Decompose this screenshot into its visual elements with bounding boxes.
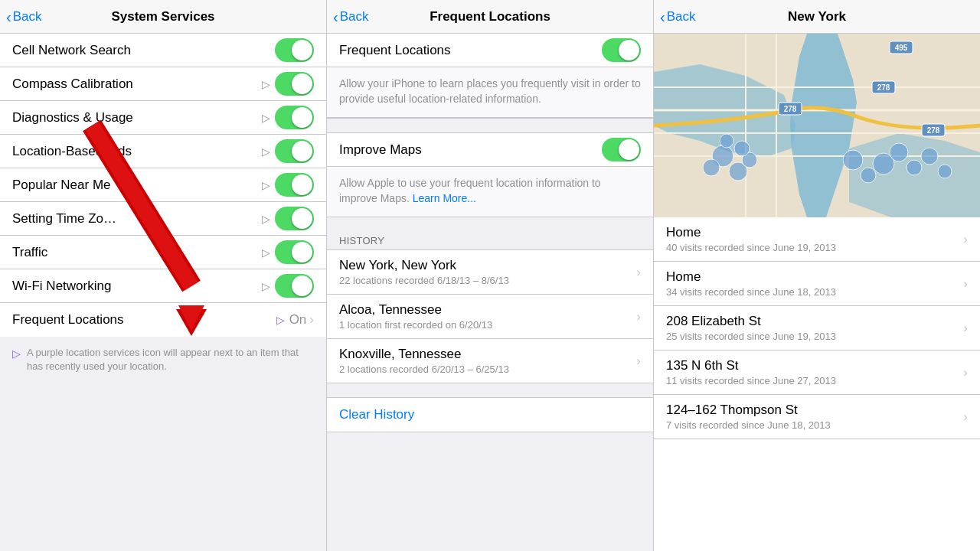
- svg-text:495: 495: [895, 44, 908, 52]
- frequent-loc-row[interactable]: Frequent Locations ▷ On ›: [0, 303, 326, 337]
- improve-maps-toggle[interactable]: [602, 138, 641, 161]
- left-back-label: Back: [13, 9, 42, 24]
- diagnostics-toggle[interactable]: [275, 106, 314, 129]
- thompson-chevron-icon: ›: [963, 409, 968, 425]
- footer-location-icon: ▷: [12, 347, 21, 362]
- improve-maps-label: Improve Maps: [339, 142, 602, 158]
- svg-point-22: [734, 141, 750, 156]
- frequent-loc-nav-icon: ▷: [276, 314, 285, 326]
- diagnostics-label: Diagnostics & Usage: [12, 110, 262, 126]
- home2-chevron-icon: ›: [963, 276, 968, 292]
- compass-cal-toggle[interactable]: [275, 72, 314, 96]
- cell-network-row[interactable]: Cell Network Search: [0, 34, 326, 67]
- location-row-n6th[interactable]: 135 N 6th St 11 visits recorded since Ju…: [654, 350, 980, 395]
- freq-loc-description: Allow your iPhone to learn places you fr…: [327, 67, 653, 118]
- frequent-loc-label: Frequent Locations: [12, 312, 276, 328]
- frequent-locations-panel: Frequent Locations Allow your iPhone to …: [327, 34, 654, 551]
- home1-chevron-icon: ›: [963, 232, 968, 247]
- location-row-home2[interactable]: Home 34 visits recorded since June 18, 2…: [654, 262, 980, 306]
- knoxville-chevron-icon: ›: [636, 354, 641, 369]
- setting-tz-toggle[interactable]: [275, 207, 314, 230]
- history-row-knoxville[interactable]: Knoxville, Tennessee 2 locations recorde…: [327, 339, 653, 383]
- traffic-toggle[interactable]: [275, 240, 314, 264]
- setting-tz-row[interactable]: Setting Time Zo… ▷: [0, 202, 326, 236]
- map-svg: 278 278 278 495: [654, 34, 980, 217]
- improve-maps-toggle-row[interactable]: Improve Maps: [327, 133, 653, 167]
- compass-cal-row[interactable]: Compass Calibration ▷: [0, 67, 326, 101]
- n6th-sub: 11 visits recorded since June 27, 2013: [666, 375, 963, 386]
- location-row-home1[interactable]: Home 40 visits recorded since June 19, 2…: [654, 217, 980, 262]
- diagnostics-row[interactable]: Diagnostics & Usage ▷: [0, 101, 326, 135]
- alcoa-chevron-icon: ›: [636, 309, 641, 324]
- left-back-button[interactable]: ‹ Back: [6, 9, 41, 24]
- knoxville-sub: 2 locations recorded 6/20/13 – 6/25/13: [339, 364, 636, 375]
- home2-sub: 34 visits recorded since June 18, 2013: [666, 286, 963, 298]
- n6th-chevron-icon: ›: [963, 365, 968, 380]
- thompson-sub: 7 visits recorded since June 18, 2013: [666, 419, 963, 431]
- location-row-thompson[interactable]: 124–162 Thompson St 7 visits recorded si…: [654, 395, 980, 439]
- thompson-title: 124–162 Thompson St: [666, 403, 963, 418]
- ny-title: New York, New York: [339, 258, 636, 273]
- wifi-toggle[interactable]: [275, 274, 314, 298]
- back-chevron-icon-mid: ‹: [333, 9, 338, 24]
- alcoa-content: Alcoa, Tennessee 1 location first record…: [339, 302, 636, 331]
- traffic-row[interactable]: Traffic ▷: [0, 236, 326, 269]
- wifi-nav-icon: ▷: [262, 280, 270, 292]
- mid-back-button[interactable]: ‹ Back: [333, 9, 368, 24]
- clear-history-button[interactable]: Clear History: [339, 407, 414, 422]
- back-chevron-icon-right: ‹: [660, 9, 665, 24]
- wifi-label: Wi-Fi Networking: [12, 279, 262, 294]
- svg-point-15: [890, 143, 908, 161]
- svg-point-18: [938, 165, 952, 178]
- history-section-header: HISTORY: [327, 225, 653, 249]
- settings-list: Cell Network Search Compass Calibration …: [0, 34, 326, 337]
- diagnostics-nav-icon: ▷: [262, 112, 270, 124]
- knoxville-title: Knoxville, Tennessee: [339, 347, 636, 362]
- learn-more-link[interactable]: Learn More...: [413, 192, 476, 204]
- popular-near-toggle[interactable]: [275, 173, 314, 197]
- right-panel-title: New York: [788, 9, 846, 24]
- traffic-nav-icon: ▷: [262, 246, 270, 259]
- alcoa-title: Alcoa, Tennessee: [339, 302, 636, 318]
- new-york-panel: 278 278 278 495 Home 40 visits recorded …: [654, 34, 980, 551]
- left-panel-title: System Services: [111, 9, 214, 24]
- n6th-title: 135 N 6th St: [666, 358, 963, 373]
- location-iads-toggle[interactable]: [275, 139, 314, 163]
- freq-loc-toggle[interactable]: [602, 38, 641, 62]
- mid-back-label: Back: [340, 9, 369, 24]
- location-services-footer: ▷ A purple location services icon will a…: [0, 337, 326, 383]
- right-back-label: Back: [667, 9, 696, 24]
- history-row-alcoa[interactable]: Alcoa, Tennessee 1 location first record…: [327, 295, 653, 339]
- svg-point-16: [906, 160, 922, 175]
- frequent-loc-chevron-icon: ›: [309, 312, 314, 328]
- freq-loc-desc-text: Allow your iPhone to learn places you fr…: [339, 77, 641, 105]
- popular-near-label: Popular Near Me: [12, 178, 262, 193]
- history-row-ny[interactable]: New York, New York 22 locations recorded…: [327, 250, 653, 295]
- ny-chevron-icon: ›: [636, 265, 641, 280]
- cell-network-toggle[interactable]: [275, 38, 314, 62]
- elizabeth-title: 208 Elizabeth St: [666, 314, 963, 329]
- improve-maps-description: Allow Apple to use your frequent locatio…: [327, 167, 653, 217]
- home2-title: Home: [666, 269, 963, 285]
- wifi-row[interactable]: Wi-Fi Networking ▷: [0, 269, 326, 303]
- home1-title: Home: [666, 225, 963, 240]
- popular-near-row[interactable]: Popular Near Me ▷: [0, 168, 326, 202]
- freq-loc-toggle-row[interactable]: Frequent Locations: [327, 34, 653, 67]
- location-row-elizabeth[interactable]: 208 Elizabeth St 25 visits recorded sinc…: [654, 306, 980, 350]
- iads-nav-icon: ▷: [262, 145, 270, 158]
- elizabeth-chevron-icon: ›: [963, 321, 968, 336]
- location-iads-row[interactable]: Location-Based iAds ▷: [0, 135, 326, 168]
- svg-text:278: 278: [784, 105, 797, 113]
- traffic-label: Traffic: [12, 245, 262, 260]
- ny-sub: 22 locations recorded 6/18/13 – 8/6/13: [339, 275, 636, 286]
- mid-panel-title: Frequent Locations: [430, 9, 550, 24]
- back-chevron-icon: ‹: [6, 9, 11, 24]
- svg-text:278: 278: [877, 83, 890, 92]
- alcoa-sub: 1 location first recorded on 6/20/13: [339, 319, 636, 331]
- map-view: 278 278 278 495: [654, 34, 980, 217]
- cell-network-label: Cell Network Search: [12, 43, 275, 58]
- svg-point-21: [720, 134, 733, 148]
- svg-point-12: [703, 159, 720, 176]
- elizabeth-content: 208 Elizabeth St 25 visits recorded sinc…: [666, 314, 963, 342]
- right-back-button[interactable]: ‹ Back: [660, 9, 695, 24]
